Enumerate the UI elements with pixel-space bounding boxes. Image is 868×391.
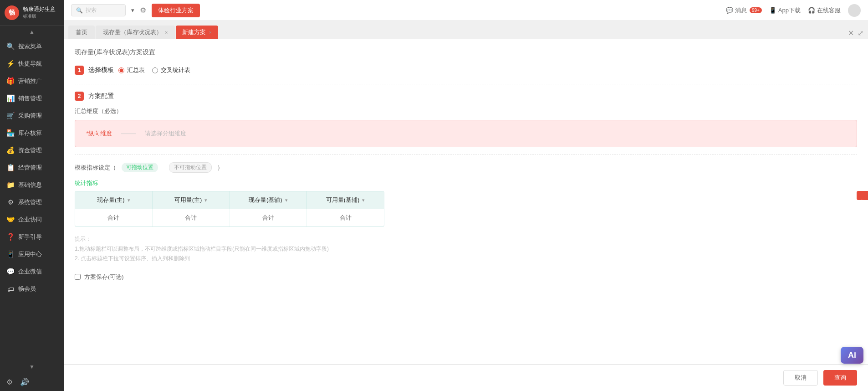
sidebar-item-5[interactable]: 🏪库存核算: [0, 124, 64, 142]
nav-label-9: 系统管理: [18, 198, 42, 206]
nav-icon-12: 📱: [6, 250, 15, 258]
tips-section: 提示： 1.拖动标题栏可以调整布局，不可跨维度或指标区域拖动栏目字段(只能在同一…: [75, 234, 857, 264]
radio-crosstab[interactable]: 交叉统计表: [152, 66, 190, 74]
tab-inventory[interactable]: 现存量（库存状况表） ×: [96, 26, 175, 39]
fixed-badge: 不可拖动位置: [169, 162, 212, 173]
nav-icon-10: 🤝: [6, 216, 15, 224]
query-button[interactable]: 查询: [823, 370, 857, 386]
sidebar-item-8[interactable]: 📁基础信息: [0, 176, 64, 194]
save-checkbox[interactable]: [75, 274, 81, 280]
sidebar-item-12[interactable]: 📱应用中心: [0, 246, 64, 263]
radio-summary[interactable]: 汇总表: [118, 66, 145, 74]
message-icon: 💬: [726, 7, 733, 14]
divider-2: [75, 154, 857, 155]
nav-icon-13: 💬: [6, 268, 15, 276]
tab-close-new[interactable]: ×: [209, 30, 211, 35]
metrics-table: 现存量(主)▾可用量(主)▾现存量(基辅)▾可用量(基辅)▾ 合计合计合计合计: [75, 191, 384, 227]
nav-label-11: 新手引导: [18, 233, 42, 241]
right-pill[interactable]: 收: [857, 191, 868, 200]
dim-line: ——: [121, 129, 136, 138]
settings-icon[interactable]: ⚙: [6, 378, 13, 386]
sidebar-item-14[interactable]: 🏷畅会员: [0, 280, 64, 298]
sidebar-scroll-up[interactable]: ▲: [0, 26, 64, 38]
messages-badge: 99+: [750, 7, 762, 13]
step2-section: 2 方案配置 汇总维度（必选） *纵向维度 —— 请选择分组维度 模板指标设定（…: [75, 92, 857, 264]
body-cell-0: 合计: [75, 209, 153, 226]
nav-icon-8: 📁: [6, 181, 15, 189]
dimension-row: *纵向维度 —— 请选择分组维度: [86, 129, 846, 138]
sidebar-item-2[interactable]: 🎁营销推广: [0, 72, 64, 90]
nav-icon-6: 💰: [6, 146, 15, 154]
tips-title: 提示：: [75, 236, 91, 242]
tab-close-inventory[interactable]: ×: [165, 30, 168, 35]
user-menu[interactable]: [848, 4, 861, 17]
nav-icon-0: 🔍: [6, 42, 15, 51]
sidebar-item-13[interactable]: 💬企业微信: [0, 263, 64, 280]
main-area: 🔍 搜索 ▾ ⚙ 体验行业方案 💬 消息 99+ 📱 App下载 🎧 在线客服: [64, 0, 868, 391]
sidebar-item-4[interactable]: 🛒采购管理: [0, 107, 64, 124]
app-download-btn[interactable]: 📱 App下载: [769, 6, 801, 15]
expand-tab-action[interactable]: ⤢: [857, 28, 864, 38]
header-cell-3[interactable]: 可用量(基辅)▾: [307, 191, 384, 209]
step1-label: 选择模板: [88, 66, 114, 74]
tab-label: 首页: [76, 28, 87, 36]
validation-area: *纵向维度 —— 请选择分组维度: [75, 120, 857, 147]
nav-label-13: 企业微信: [18, 268, 42, 276]
body-cell-3: 合计: [307, 209, 384, 226]
sidebar-item-7[interactable]: 📋经营管理: [0, 159, 64, 176]
nav-label-8: 基础信息: [18, 181, 42, 189]
mobile-icon: 📱: [769, 7, 776, 14]
nav-icon-5: 🏪: [6, 129, 15, 137]
online-service-btn[interactable]: 🎧 在线客服: [808, 6, 841, 15]
search-placeholder: 搜索: [86, 6, 97, 14]
nav-icon-9: ⚙: [6, 198, 15, 206]
trial-btn[interactable]: 体验行业方案: [152, 4, 200, 17]
sidebar-item-11[interactable]: ❓新手引导: [0, 228, 64, 246]
header-cell-0[interactable]: 现存量(主)▾: [75, 191, 153, 209]
nav-label-7: 经营管理: [18, 164, 42, 172]
sidebar-item-9[interactable]: ⚙系统管理: [0, 194, 64, 211]
nav-label-14: 畅会员: [18, 285, 36, 293]
tab-new-plan[interactable]: 新建方案 ×: [176, 26, 218, 39]
nav-label-12: 应用中心: [18, 250, 42, 258]
nav-icon-2: 🎁: [6, 77, 15, 85]
sidebar-item-0[interactable]: 🔍搜索菜单: [0, 38, 64, 55]
cancel-button[interactable]: 取消: [783, 370, 818, 386]
bottom-actions: 取消 查询: [64, 364, 868, 391]
divider-1: [75, 84, 857, 84]
save-option-label: 方案保存(可选): [84, 273, 124, 281]
tip-2: 2. 点击标题栏下拉可设置排序、插入列和删除列: [75, 254, 857, 264]
sidebar-item-1[interactable]: ⚡快捷导航: [0, 55, 64, 72]
header-cell-2[interactable]: 现存量(基辅)▾: [230, 191, 307, 209]
volume-icon[interactable]: 🔊: [20, 378, 29, 386]
step1-num: 1: [75, 66, 84, 75]
tab-home[interactable]: 首页: [68, 26, 95, 39]
template-radio-group: 汇总表 交叉统计表: [118, 66, 190, 74]
sidebar-item-10[interactable]: 🤝企业协同: [0, 211, 64, 228]
topbar-search[interactable]: 🔍 搜索: [71, 4, 126, 16]
tabbar: 首页 现存量（库存状况表） × 新建方案 × ✕ ⤢: [64, 21, 868, 39]
avatar: [848, 4, 861, 17]
sidebar-item-6[interactable]: 💰资金管理: [0, 142, 64, 159]
page-title: 现存量(库存状况表)方案设置: [75, 48, 857, 57]
draggable-badge: 可拖动位置: [122, 163, 158, 172]
summary-dimension-label: 汇总维度（必选）: [75, 107, 857, 115]
step2-num: 2: [75, 92, 84, 101]
sidebar-nav: 🔍搜索菜单⚡快捷导航🎁营销推广📊销售管理🛒采购管理🏪库存核算💰资金管理📋经营管理…: [0, 38, 64, 361]
chevron-icon-2: ▾: [285, 197, 288, 203]
topbar-right: 💬 消息 99+ 📱 App下载 🎧 在线客服: [726, 4, 861, 17]
nav-label-1: 快捷导航: [18, 60, 42, 68]
sidebar-scroll-down[interactable]: ▼: [0, 361, 64, 373]
nav-icon-14: 🏷: [6, 285, 15, 293]
messages-btn[interactable]: 💬 消息 99+: [726, 6, 762, 15]
sidebar-item-3[interactable]: 📊销售管理: [0, 90, 64, 107]
stats-section: 统计指标 现存量(主)▾可用量(主)▾现存量(基辅)▾可用量(基辅)▾ 合计合计…: [75, 179, 857, 227]
topbar-dropdown[interactable]: ▾: [131, 7, 134, 14]
step1-section: 1 选择模板 汇总表 交叉统计表: [75, 66, 857, 75]
ai-badge[interactable]: Ai: [841, 347, 863, 364]
tip-1: 1.拖动标题栏可以调整布局，不可跨维度或指标区域拖动栏目字段(只能在同一维度或指…: [75, 244, 857, 254]
header-cell-1[interactable]: 可用量(主)▾: [153, 191, 230, 209]
close-tab-action[interactable]: ✕: [847, 28, 855, 38]
content-area: 现存量(库存状况表)方案设置 1 选择模板 汇总表 交叉统计表: [64, 39, 868, 391]
settings-icon[interactable]: ⚙: [140, 6, 146, 15]
